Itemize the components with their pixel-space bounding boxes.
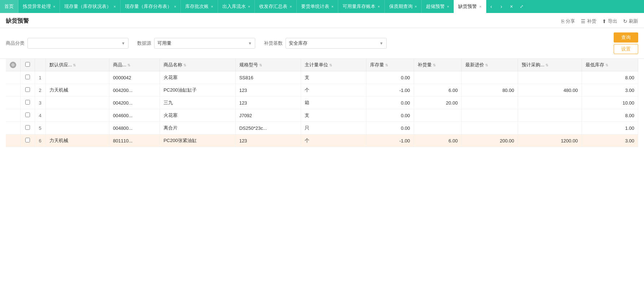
row-supplier: 力天机械: [45, 134, 109, 147]
replenish-icon: ☰: [581, 18, 586, 24]
tab-batch-close[interactable]: ×: [211, 4, 213, 9]
row-checkbox[interactable]: [25, 138, 30, 142]
tab-receive[interactable]: 收发存汇总表 ×: [255, 0, 296, 13]
row-num: 6: [35, 134, 45, 147]
data-table: ⚙ 默认供应...⇅ 商品...⇅ 商品名称⇅: [6, 59, 638, 147]
th-replenish[interactable]: 补货量⇅: [414, 59, 461, 71]
row-min-stock: 3.00: [582, 84, 638, 97]
th-spec[interactable]: 规格型号⇅: [235, 59, 301, 71]
row-goods-name: PC200张紧油缸: [160, 134, 235, 147]
query-button[interactable]: 查询: [614, 32, 638, 43]
tab-inventory-status[interactable]: 现存量（库存状况表） ×: [60, 0, 120, 13]
tab-nav-expand[interactable]: ⤢: [517, 0, 527, 13]
tab-available-ledger-close[interactable]: ×: [378, 4, 380, 9]
row-checkbox-cell[interactable]: [20, 71, 35, 84]
th-gear[interactable]: ⚙: [6, 59, 20, 71]
th-stock[interactable]: 库存量⇅: [366, 59, 414, 71]
row-min-stock: 8.00: [582, 71, 638, 84]
th-supplier[interactable]: 默认供应...⇅: [45, 59, 109, 71]
tab-home[interactable]: 首页: [0, 0, 18, 13]
tab-inventory-dist[interactable]: 现存量（库存分布表） ×: [121, 0, 181, 13]
share-icon: ⎘: [561, 18, 564, 24]
row-gear-cell: [6, 84, 20, 97]
row-replenish: [414, 122, 461, 134]
row-checkbox[interactable]: [25, 75, 30, 79]
gear-icon[interactable]: ⚙: [10, 62, 16, 68]
tab-expiry[interactable]: 保质期查询 ×: [385, 0, 422, 13]
tab-batch[interactable]: 库存批次账 ×: [181, 0, 218, 13]
row-replenish: [414, 109, 461, 122]
row-spec: J7092: [235, 109, 301, 122]
export-icon: ⬆: [602, 18, 606, 24]
th-estimated-purchase[interactable]: 预计采购...⇅: [518, 59, 582, 71]
tab-purchase-stat[interactable]: 要货单统计表 ×: [297, 0, 338, 13]
th-goods-code[interactable]: 商品...⇅: [109, 59, 160, 71]
row-gear-cell: [6, 71, 20, 84]
row-unit: 个: [301, 134, 366, 147]
tab-shortage-close[interactable]: ×: [479, 4, 481, 9]
row-supplier: [45, 109, 109, 122]
row-checkbox-cell[interactable]: [20, 84, 35, 97]
tab-inout-close[interactable]: ×: [248, 4, 250, 9]
settings-button[interactable]: 设置: [614, 44, 638, 54]
tab-receive-close[interactable]: ×: [290, 4, 292, 9]
tab-purchase-stat-close[interactable]: ×: [331, 4, 334, 9]
row-latest-price: [461, 109, 518, 122]
tab-exception-close[interactable]: ×: [53, 4, 55, 9]
tab-overstock-close[interactable]: ×: [447, 4, 449, 9]
th-goods-name[interactable]: 商品名称⇅: [160, 59, 235, 71]
row-latest-price: [461, 122, 518, 134]
replenish-base-label: 补货基数: [264, 40, 283, 47]
row-latest-price: [461, 97, 518, 109]
row-checkbox[interactable]: [25, 100, 30, 105]
row-spec: 123: [235, 134, 301, 147]
tab-shortage[interactable]: 缺货预警 ×: [454, 0, 486, 13]
th-min-stock[interactable]: 最低库存⇅: [582, 59, 638, 71]
row-unit: 箱: [301, 97, 366, 109]
datasource-dropdown-icon: ▼: [248, 41, 252, 45]
replenish-button[interactable]: ☰ 补货: [581, 18, 596, 25]
tab-exception[interactable]: 拣货异常处理 ×: [18, 0, 60, 13]
replenish-base-select[interactable]: 安全库存 ▼: [286, 38, 387, 49]
goodscode-sort-icon: ⇅: [127, 63, 130, 67]
table-row: 3 004200... 三九 123 箱 0.00 20.00 10.00: [6, 97, 638, 109]
row-unit: 只: [301, 122, 366, 134]
row-goods-name: 三九: [160, 97, 235, 109]
table-wrapper: ⚙ 默认供应...⇅ 商品...⇅ 商品名称⇅: [0, 59, 644, 147]
row-checkbox-cell[interactable]: [20, 122, 35, 134]
table-header-row: ⚙ 默认供应...⇅ 商品...⇅ 商品名称⇅: [6, 59, 638, 71]
tab-available-ledger[interactable]: 可用量库存账本 ×: [338, 0, 384, 13]
export-button[interactable]: ⬆ 导出: [602, 18, 617, 25]
th-checkbox[interactable]: [20, 59, 35, 71]
filter-row: 商品分类 ▼ 数据源 可用量 ▼ 补货基数 安全库存 ▼ 查询 设置: [0, 28, 644, 59]
row-spec: SS816: [235, 71, 301, 84]
th-unit[interactable]: 主计量单位⇅: [301, 59, 366, 71]
refresh-button[interactable]: ↻ 刷新: [623, 18, 638, 25]
th-latest-price[interactable]: 最新进价⇅: [461, 59, 518, 71]
row-checkbox[interactable]: [25, 87, 30, 92]
row-replenish: [414, 71, 461, 84]
row-checkbox[interactable]: [25, 112, 30, 117]
tab-nav-close[interactable]: ×: [506, 0, 517, 13]
row-supplier: [45, 122, 109, 134]
table-row: 6 力天机械 801110... PC200张紧油缸 123 个 -1.00 6…: [6, 134, 638, 147]
row-checkbox[interactable]: [25, 125, 30, 130]
replenish-base-filter-group: 补货基数 安全库存 ▼: [264, 38, 387, 49]
stock-sort-icon: ⇅: [385, 63, 388, 67]
tab-inout[interactable]: 出入库流水 ×: [218, 0, 255, 13]
replenish-base-select-value: 安全库存: [289, 40, 308, 47]
tab-overstock[interactable]: 超储预警 ×: [422, 0, 454, 13]
row-checkbox-cell[interactable]: [20, 134, 35, 147]
row-checkbox-cell[interactable]: [20, 109, 35, 122]
tab-expiry-close[interactable]: ×: [415, 4, 417, 9]
tab-inventory-status-close[interactable]: ×: [113, 4, 116, 9]
tab-nav-prev[interactable]: ‹: [486, 0, 496, 13]
tab-nav-next[interactable]: ›: [496, 0, 506, 13]
select-all-checkbox[interactable]: [25, 62, 30, 67]
row-gear-cell: [6, 122, 20, 134]
share-button[interactable]: ⎘ 分享: [561, 18, 575, 25]
category-select[interactable]: ▼: [27, 38, 129, 49]
datasource-select[interactable]: 可用量 ▼: [154, 38, 255, 49]
tab-inventory-dist-close[interactable]: ×: [174, 4, 176, 9]
row-checkbox-cell[interactable]: [20, 97, 35, 109]
